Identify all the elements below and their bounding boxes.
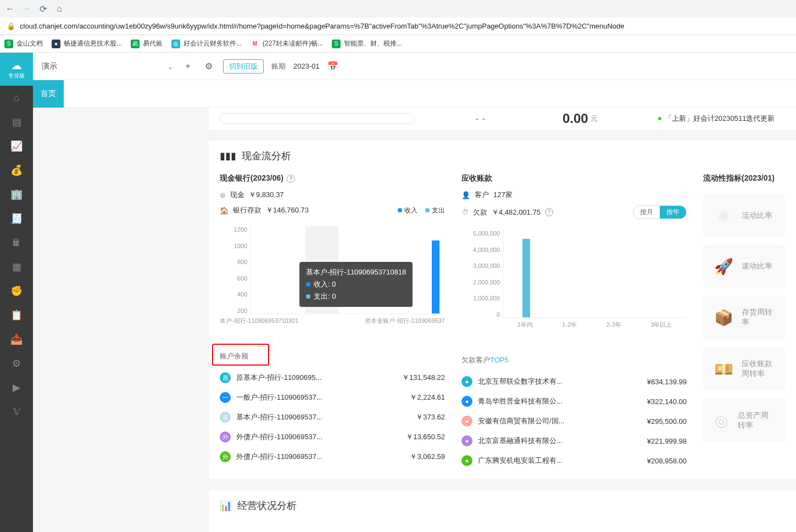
cash-bank-chart[interactable]: 1200 1000 800 600 400 200 bbox=[220, 226, 445, 341]
indicator-label: 流动比率 bbox=[742, 211, 772, 221]
help-icon[interactable]: ? bbox=[287, 175, 295, 183]
debt-customer-row[interactable]: ● 青岛华胜普金科技有限公... ¥322,140.00 bbox=[461, 391, 687, 411]
bookmark-item[interactable]: ●畅捷通信息技术股... bbox=[52, 39, 122, 48]
news-item[interactable]: 「上新」好会计20230511迭代更新 bbox=[658, 114, 775, 124]
customer-amount: ¥221,999.98 bbox=[647, 437, 687, 445]
sidebar-calc-icon[interactable]: 🖩 bbox=[0, 231, 33, 255]
sidebar-safe-icon[interactable]: ▦ bbox=[0, 255, 33, 279]
y-axis: 5,000,0004,000,0003,000,0002,000,0001,00… bbox=[461, 230, 500, 318]
cloud-icon: ☁ bbox=[11, 59, 22, 72]
sidebar-invoice-icon[interactable]: 🧾 bbox=[0, 206, 33, 231]
old-version-button[interactable]: 切到旧版 bbox=[223, 59, 264, 74]
customer-amount: ¥208,958.00 bbox=[647, 457, 687, 465]
back-button[interactable]: ← bbox=[4, 3, 15, 14]
period-value[interactable]: 2023-01 bbox=[293, 62, 320, 70]
placeholder-dashes: - - bbox=[475, 113, 486, 125]
indicator-card[interactable]: ⚛流动比率 bbox=[703, 194, 785, 237]
customer-badge-icon: ● bbox=[461, 435, 472, 446]
sidebar-v-icon[interactable]: 𝕍 bbox=[0, 400, 33, 424]
toggle-year[interactable]: 按年 bbox=[660, 206, 686, 219]
sidebar-home-icon[interactable]: ⌂ bbox=[0, 86, 33, 110]
reload-button[interactable]: ⟳ bbox=[37, 3, 48, 14]
forward-button[interactable]: → bbox=[21, 3, 32, 14]
sidebar-building-icon[interactable]: 🏢 bbox=[0, 182, 33, 206]
period-label: 账期 bbox=[271, 61, 286, 71]
kpi-unit: 元 bbox=[591, 114, 598, 124]
debt-customer-row[interactable]: ● 北京互帮联众数字技术有... ¥634,139.99 bbox=[461, 372, 687, 391]
bookmark-item[interactable]: 会好会计云财务软件... bbox=[171, 39, 242, 48]
sidebar-doc-icon[interactable]: 📋 bbox=[0, 303, 33, 327]
indicator-label: 存货周转率 bbox=[742, 307, 774, 327]
account-row[interactable]: 一 一般户-招行-1109069537... ￥2,224.61 bbox=[220, 388, 445, 407]
cash-bank-title: 现金银行(2023/06) ? bbox=[220, 173, 445, 183]
account-row[interactable]: 原 原基本户-招行-11090695... ￥131,548.22 bbox=[220, 368, 445, 388]
customer-stat: 👤 客户 127家 bbox=[461, 190, 687, 200]
sidebar: ☁ 专业版 ⌂ ▤ 📈 💰 🏢 🧾 🖩 ▦ ✊ 📋 📥 ⚙ ▶ 𝕍 bbox=[0, 53, 33, 532]
account-row[interactable]: 外 外债户-招行-1109069537... ￥13,650.52 bbox=[220, 427, 445, 447]
indicator-card[interactable]: 🚀速动比率 bbox=[703, 245, 785, 288]
debt-customer-row[interactable]: ● 安徽有信商贸有限公司/国... ¥295,500.00 bbox=[461, 411, 687, 431]
debt-customer-row[interactable]: ● 北京富基融通科技有限公... ¥221,999.98 bbox=[461, 431, 687, 451]
sidebar-voucher-icon[interactable]: ▤ bbox=[0, 110, 33, 134]
account-row[interactable]: 基 基本户-招行-1109069537... ￥373.62 bbox=[220, 407, 445, 427]
debt-stat: ⏱ 欠款 ￥4,482,001.75 ? 按月 按年 bbox=[461, 205, 687, 219]
app-logo[interactable]: ☁ 专业版 bbox=[0, 53, 33, 86]
account-row[interactable]: 外 外债户-招行-1109069537... ￥3,062.59 bbox=[220, 447, 445, 467]
account-badge-icon: 原 bbox=[220, 372, 231, 383]
receivable-chart[interactable]: 5,000,0004,000,0003,000,0002,000,0001,00… bbox=[461, 230, 687, 345]
user-icon: 👤 bbox=[461, 191, 470, 199]
bookmark-item[interactable]: S金山文档 bbox=[4, 39, 43, 48]
add-button[interactable]: ＋ bbox=[181, 60, 194, 73]
account-name: 原基本户-招行-11090695... bbox=[236, 373, 397, 383]
gear-icon[interactable]: ⚙ bbox=[202, 60, 215, 73]
address-bar[interactable]: 🔒 cloud.chanjet.com/accounting/uw1eb00zy… bbox=[0, 18, 796, 35]
indicator-card[interactable]: 📦存货周转率 bbox=[703, 295, 785, 339]
top-bar: 演示 ⌄ ＋ ⚙ 切到旧版 账期 2023-01 📅 bbox=[33, 53, 796, 80]
sidebar-inbox-icon[interactable]: 📥 bbox=[0, 327, 33, 351]
bookmark-item[interactable]: M(227封未读邮件)畅... bbox=[251, 39, 323, 48]
org-selector[interactable]: 演示 ⌄ bbox=[42, 61, 174, 71]
account-badge-icon: 一 bbox=[220, 392, 231, 403]
y-axis: 1200 1000 800 600 400 200 bbox=[220, 226, 247, 314]
liquidity-panel: 流动性指标(2023/01) ⚛流动比率🚀速动比率📦存货周转率💴应收账款周转率◎… bbox=[703, 173, 785, 471]
chevron-down-icon: ⌄ bbox=[167, 62, 174, 71]
account-amount: ￥2,224.61 bbox=[410, 393, 445, 402]
indicator-card[interactable]: ◎总资产周转率 bbox=[703, 399, 785, 443]
customer-amount: ¥295,500.00 bbox=[647, 417, 687, 425]
top-card-partial: - - 0.00 元 「上新」好会计20230511迭代更新 bbox=[209, 108, 796, 130]
indicator-icon: ◎ bbox=[714, 411, 729, 430]
period-toggle: 按月 按年 bbox=[633, 205, 687, 219]
bookmarks-bar: S金山文档 ●畅捷通信息技术股... 易易代账 会好会计云财务软件... M(2… bbox=[0, 35, 796, 53]
cash-stat: ⊕ 现金 ￥9,830.37 bbox=[220, 190, 445, 200]
help-icon[interactable]: ? bbox=[545, 208, 553, 216]
deposit-stat: 🏠 银行存款 ￥146,760.73 收入 支出 bbox=[220, 205, 445, 215]
x-axis-labels: 1年内 1-2年 2-3年 3年以上 bbox=[503, 321, 687, 329]
bar-chart-icon: ▮▮▮ bbox=[220, 150, 236, 162]
bookmark-item[interactable]: S智能票、财、税推... bbox=[332, 39, 402, 48]
cashflow-section: ▮▮▮ 现金流分析 现金银行(2023/06) ? ⊕ 现金 ￥9,830.37 bbox=[209, 141, 796, 479]
bookmark-item[interactable]: 易易代账 bbox=[131, 39, 163, 48]
x-axis-labels: 本户-招行-110906953710301 资本金账户-招行-110906953… bbox=[220, 317, 445, 325]
customer-badge-icon: ● bbox=[461, 416, 472, 427]
search-input[interactable] bbox=[220, 113, 415, 124]
calendar-icon[interactable]: 📅 bbox=[327, 61, 338, 71]
sidebar-chart-icon[interactable]: 📈 bbox=[0, 134, 33, 158]
sidebar-settings-icon[interactable]: ⚙ bbox=[0, 351, 33, 376]
sidebar-fist-icon[interactable]: ✊ bbox=[0, 279, 33, 303]
sidebar-salary-icon[interactable]: 💰 bbox=[0, 158, 33, 182]
customer-name: 广东腾安机电安装工程有... bbox=[478, 456, 642, 466]
tab-bar: 首页 bbox=[33, 80, 796, 108]
debt-customer-row[interactable]: ● 广东腾安机电安装工程有... ¥208,958.00 bbox=[461, 451, 687, 471]
tab-home[interactable]: 首页 bbox=[33, 80, 64, 108]
url-text: cloud.chanjet.com/accounting/uw1eb00zy96… bbox=[20, 22, 789, 30]
indicator-icon: 📦 bbox=[714, 308, 733, 327]
trend-icon: 📊 bbox=[220, 500, 232, 512]
indicator-icon: 💴 bbox=[714, 360, 733, 378]
news-dot-icon bbox=[658, 117, 661, 120]
sidebar-video-icon[interactable]: ▶ bbox=[0, 376, 33, 400]
customer-amount: ¥322,140.00 bbox=[647, 397, 687, 406]
customer-name: 安徽有信商贸有限公司/国... bbox=[478, 416, 642, 426]
indicator-card[interactable]: 💴应收账款周转率 bbox=[703, 347, 785, 391]
home-nav-button[interactable]: ⌂ bbox=[54, 3, 65, 14]
toggle-month[interactable]: 按月 bbox=[633, 206, 660, 219]
